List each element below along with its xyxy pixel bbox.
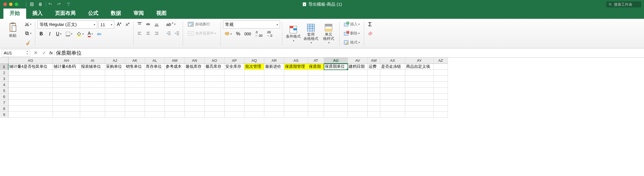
row-header-1[interactable]: 1 bbox=[0, 64, 9, 70]
cell-AK6[interactable] bbox=[125, 94, 145, 100]
cell-AV5[interactable] bbox=[348, 88, 368, 94]
column-header-AK[interactable]: AK bbox=[125, 58, 145, 64]
cell-AU3[interactable] bbox=[324, 76, 348, 82]
cell-AR9[interactable] bbox=[264, 112, 284, 118]
autosum-button[interactable]: Σ bbox=[366, 21, 374, 28]
cell-AI3[interactable] bbox=[80, 76, 105, 82]
cell-AV1[interactable]: 建档日期 bbox=[348, 64, 368, 70]
border-button[interactable] bbox=[64, 30, 74, 38]
column-header-AL[interactable]: AL bbox=[145, 58, 165, 64]
cell-AX7[interactable] bbox=[380, 100, 405, 106]
cell-AG1[interactable]: 辅计量4是否包装单位 bbox=[9, 64, 53, 70]
cell-AV4[interactable] bbox=[348, 82, 368, 88]
cell-AV8[interactable] bbox=[348, 106, 368, 112]
column-header-AZ[interactable]: AZ bbox=[434, 58, 448, 64]
formula-input[interactable] bbox=[54, 50, 644, 56]
cell-AO4[interactable] bbox=[205, 82, 225, 88]
fill-color-button[interactable] bbox=[75, 30, 85, 38]
tab-数据[interactable]: 数据 bbox=[105, 7, 127, 19]
delete-cells-button[interactable]: × 删除 bbox=[342, 30, 362, 37]
merge-center-button[interactable]: 合并后居中 bbox=[185, 30, 219, 37]
cell-AG9[interactable] bbox=[9, 112, 53, 118]
cell-AY9[interactable] bbox=[405, 112, 434, 118]
cell-AS8[interactable] bbox=[284, 106, 308, 112]
column-header-AR[interactable]: AR bbox=[264, 58, 284, 64]
cell-AP3[interactable] bbox=[225, 76, 244, 82]
column-header-AS[interactable]: AS bbox=[284, 58, 308, 64]
cell-AG4[interactable] bbox=[9, 82, 53, 88]
cell-AI4[interactable] bbox=[80, 82, 105, 88]
cell-AV2[interactable] bbox=[348, 70, 368, 76]
cell-AR3[interactable] bbox=[264, 76, 284, 82]
row-header-7[interactable]: 7 bbox=[0, 100, 9, 106]
cell-AP2[interactable] bbox=[225, 70, 244, 76]
fx-label[interactable]: fx bbox=[49, 50, 53, 55]
font-name-select[interactable]: 等线 Regular (正文)▾ bbox=[38, 21, 97, 28]
cell-AT8[interactable] bbox=[308, 106, 324, 112]
cell-AZ6[interactable] bbox=[434, 94, 448, 100]
cell-AW8[interactable] bbox=[368, 106, 380, 112]
cell-AI7[interactable] bbox=[80, 100, 105, 106]
cell-AZ4[interactable] bbox=[434, 82, 448, 88]
cell-AL2[interactable] bbox=[145, 70, 165, 76]
cell-AI1[interactable]: 报表辅单位 bbox=[80, 64, 105, 70]
save-button[interactable] bbox=[28, 1, 36, 7]
cell-AK1[interactable]: 销售单位 bbox=[125, 64, 145, 70]
cell-AY2[interactable] bbox=[405, 70, 434, 76]
cell-AH2[interactable] bbox=[53, 70, 80, 76]
italic-button[interactable]: I bbox=[46, 30, 53, 38]
cell-AW6[interactable] bbox=[368, 94, 380, 100]
cell-AR8[interactable] bbox=[264, 106, 284, 112]
spreadsheet-grid[interactable]: AGAHAIAJAKALAMANAOAPAQARASATAUAVAWAXAYAZ… bbox=[0, 58, 644, 118]
cell-AM4[interactable] bbox=[165, 82, 185, 88]
cell-AP8[interactable] bbox=[225, 106, 244, 112]
cell-AU1[interactable]: 保质期单位 bbox=[324, 64, 348, 70]
column-header-AX[interactable]: AX bbox=[380, 58, 405, 64]
cell-AS9[interactable] bbox=[284, 112, 308, 118]
row-header-8[interactable]: 8 bbox=[0, 106, 9, 112]
cell-AU9[interactable] bbox=[324, 112, 348, 118]
cell-AX1[interactable]: 是否走冻链 bbox=[380, 64, 405, 70]
cell-AJ3[interactable] bbox=[105, 76, 125, 82]
cell-AP7[interactable] bbox=[225, 100, 244, 106]
cell-AK4[interactable] bbox=[125, 82, 145, 88]
cell-AR4[interactable] bbox=[264, 82, 284, 88]
cell-AO7[interactable] bbox=[205, 100, 225, 106]
cell-AG8[interactable] bbox=[9, 106, 53, 112]
cell-AX5[interactable] bbox=[380, 88, 405, 94]
cell-AM2[interactable] bbox=[165, 70, 185, 76]
cell-AG3[interactable] bbox=[9, 76, 53, 82]
align-top-button[interactable] bbox=[136, 21, 143, 28]
cell-AN6[interactable] bbox=[185, 94, 205, 100]
cell-AL1[interactable]: 库存单位 bbox=[145, 64, 165, 70]
cell-AZ5[interactable] bbox=[434, 88, 448, 94]
cell-AZ7[interactable] bbox=[434, 100, 448, 106]
cell-AQ1[interactable]: 批次管理 bbox=[244, 64, 264, 70]
cancel-formula-button[interactable]: ✕ bbox=[31, 49, 40, 57]
cell-AK5[interactable] bbox=[125, 88, 145, 94]
cell-AW9[interactable] bbox=[368, 112, 380, 118]
row-header-3[interactable]: 3 bbox=[0, 76, 9, 82]
tab-审阅[interactable]: 审阅 bbox=[127, 7, 150, 19]
cell-AT5[interactable] bbox=[308, 88, 324, 94]
underline-button[interactable]: U bbox=[55, 30, 63, 38]
undo-button[interactable] bbox=[48, 1, 55, 7]
cell-AT1[interactable]: 保质期 bbox=[308, 64, 324, 70]
cell-AN5[interactable] bbox=[185, 88, 205, 94]
cell-AR5[interactable] bbox=[264, 88, 284, 94]
cell-AG7[interactable] bbox=[9, 100, 53, 106]
cell-AN3[interactable] bbox=[185, 76, 205, 82]
decrease-decimal-button[interactable]: .00→.0 bbox=[265, 30, 274, 38]
search-box[interactable] bbox=[606, 1, 641, 7]
minimize-window-button[interactable] bbox=[9, 3, 13, 6]
cut-button[interactable] bbox=[23, 21, 33, 28]
cell-AG2[interactable] bbox=[9, 70, 53, 76]
qat-customize-button[interactable] bbox=[65, 1, 72, 7]
cell-AI9[interactable] bbox=[80, 112, 105, 118]
column-header-AJ[interactable]: AJ bbox=[105, 58, 125, 64]
cell-AT2[interactable] bbox=[308, 70, 324, 76]
cell-AW7[interactable] bbox=[368, 100, 380, 106]
cells-area[interactable]: 辅计量4是否包装单位辅计量4条码报表辅单位采购单位销售单位库存单位参考成本最低库… bbox=[9, 64, 448, 118]
align-bottom-button[interactable] bbox=[153, 21, 160, 28]
cell-AS3[interactable] bbox=[284, 76, 308, 82]
